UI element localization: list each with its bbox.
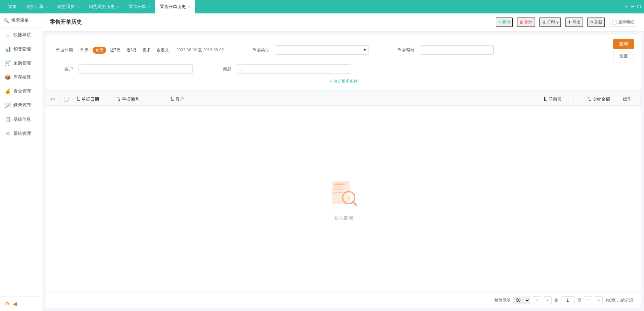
th-customer-text: 客户: [176, 96, 184, 102]
th-amount-sort: ⇅: [588, 97, 591, 102]
th-amount[interactable]: ⇅ 实销金额: [574, 93, 614, 105]
customer-placeholder: ...: [82, 67, 85, 71]
sidebar-item-inventory[interactable]: 📦 库存核算: [0, 70, 43, 84]
sidebar-item-quick-nav[interactable]: ⌂ 快捷导航: [0, 28, 43, 42]
sidebar-search[interactable]: 🔍 搜索采单: [0, 13, 43, 28]
print-dropdown-icon[interactable]: ▾: [556, 20, 558, 25]
order-no-input[interactable]: [420, 45, 494, 55]
sidebar-item-system[interactable]: ⚙ 系统管理: [0, 126, 43, 141]
product-label: 商品: [211, 66, 232, 72]
order-no-label: 单据编号: [394, 47, 414, 53]
order-type-select[interactable]: ▾: [275, 45, 369, 55]
print-button[interactable]: 🖨 打印 ▾: [539, 17, 561, 27]
sidebar-item-basic-info-label: 基础信息: [13, 116, 31, 122]
tab-sales-return-close[interactable]: ×: [77, 4, 79, 9]
next-page-btn[interactable]: ›: [584, 296, 592, 304]
query-buttons: 查询 设置: [613, 39, 634, 61]
collapse-button[interactable]: ∧ 收起更多条件: [53, 77, 634, 86]
sidebar-item-operations[interactable]: 📈 经营管理: [0, 98, 43, 112]
per-page-select[interactable]: 50 100 200: [513, 297, 530, 304]
tab-sales-order[interactable]: 销售订单 ×: [21, 0, 53, 13]
date-btn-custom[interactable]: 自定义: [155, 47, 171, 54]
tab-home[interactable]: 首页: [3, 0, 21, 13]
th-customer[interactable]: ⇅ 客户: [167, 93, 540, 105]
sidebar-item-operations-label: 经营管理: [13, 102, 31, 108]
tab-retail-open[interactable]: 零售开单 ×: [124, 0, 155, 13]
prev-page-btn[interactable]: ‹: [544, 296, 552, 304]
sidebar-search-label: 搜索采单: [11, 17, 29, 23]
inventory-icon: 📦: [5, 74, 11, 80]
sidebar-bottom: ⚙ ◀: [0, 296, 43, 311]
date-btn-7days[interactable]: 近7天: [108, 47, 122, 54]
sidebar-item-sales-mgmt-label: 销售管理: [13, 46, 31, 52]
th-order-no-text: 单据编号: [122, 96, 139, 102]
tab-retail-open-close[interactable]: ×: [148, 4, 150, 9]
sidebar-item-finance[interactable]: 💰 资金管理: [0, 84, 43, 98]
refresh-button[interactable]: ↻ 刷新: [587, 17, 605, 27]
product-placeholder: ...: [240, 67, 243, 71]
customer-input[interactable]: ...: [79, 64, 193, 74]
table-header: ⚙ ⇅ 单据日期 ⇅ 单据编号 ⇅ 客户 ⇅: [46, 93, 641, 106]
settings-button[interactable]: 设置: [613, 51, 634, 61]
sales-mgmt-icon: 📊: [5, 46, 11, 52]
date-btn-today[interactable]: 今天: [93, 47, 106, 54]
th-date-label: ⇅: [77, 97, 80, 102]
date-btn-more[interactable]: 更多: [141, 47, 153, 54]
th-order-no-sort: ⇅: [117, 97, 120, 102]
tab-sales-return-history-label: 销货退货历史: [89, 4, 115, 10]
content-area: 零售开单历史 + 新增 🗑 删除 🖨 打印 ▾ ⬆ 导出 ↻ 刷新 显示明细 单…: [43, 13, 644, 311]
filter-row-customer: 客户 ... 商品 ...: [53, 64, 634, 74]
th-checkbox[interactable]: [60, 93, 73, 105]
tab-sales-return-history-close[interactable]: ×: [117, 4, 119, 9]
sidebar-item-purchase-mgmt[interactable]: 🛒 采购管理: [0, 56, 43, 70]
empty-state: 暂无数据: [46, 106, 641, 293]
sidebar-collapse-icon[interactable]: ◀: [13, 301, 17, 307]
tab-sales-order-close[interactable]: ×: [46, 4, 48, 9]
sidebar-item-basic-info[interactable]: 📋 基础信息: [0, 112, 43, 126]
th-customer-sort: ⇅: [170, 97, 174, 102]
export-button[interactable]: ⬆ 导出: [565, 17, 583, 27]
settings-icon: ⚙: [51, 97, 55, 102]
date-label: 单据日期: [53, 47, 73, 53]
tab-retail-open-history[interactable]: 零售开单历史 ×: [155, 0, 195, 13]
window-minimize-btn[interactable]: −: [631, 4, 634, 10]
tab-sales-return-history[interactable]: 销货退货历史 ×: [84, 0, 124, 13]
main-layout: 🔍 搜索采单 ⌂ 快捷导航 📊 销售管理 🛒 采购管理 📦 库存核算 💰 资金管…: [0, 13, 644, 311]
th-order-no[interactable]: ⇅ 单据编号: [113, 93, 167, 105]
tab-retail-open-history-close[interactable]: ×: [188, 4, 190, 9]
new-button[interactable]: + 新增: [496, 17, 512, 27]
page-label: 第: [554, 298, 558, 303]
th-date[interactable]: ⇅ 单据日期: [73, 93, 113, 105]
window-maximize-btn[interactable]: □: [637, 4, 641, 10]
header-actions: + 新增 🗑 删除 🖨 打印 ▾ ⬆ 导出 ↻ 刷新 显示明细: [496, 17, 637, 27]
svg-line-7: [353, 202, 356, 205]
page-input[interactable]: [561, 296, 575, 304]
delete-button[interactable]: 🗑 删除: [517, 17, 535, 27]
th-guide[interactable]: ⇅ 导购员: [540, 93, 574, 105]
sidebar: 🔍 搜索采单 ⌂ 快捷导航 📊 销售管理 🛒 采购管理 📦 库存核算 💰 资金管…: [0, 13, 43, 311]
first-page-btn[interactable]: «: [533, 296, 541, 304]
per-page-label: 每页显示: [494, 298, 510, 303]
svg-rect-1: [334, 184, 345, 185]
date-btn-yesterday[interactable]: 昨天: [79, 47, 91, 54]
date-btn-1month[interactable]: 近1月: [125, 47, 139, 54]
svg-rect-8: [347, 197, 351, 197]
sidebar-item-inventory-label: 库存核算: [13, 74, 31, 80]
show-detail-button[interactable]: 显示明细: [609, 18, 637, 27]
sidebar-item-sales-mgmt[interactable]: 📊 销售管理: [0, 42, 43, 56]
query-button[interactable]: 查询: [613, 39, 634, 49]
th-date-text: 单据日期: [82, 96, 99, 102]
sidebar-item-purchase-mgmt-label: 采购管理: [13, 60, 31, 66]
tab-sales-return[interactable]: 销货退货 ×: [53, 0, 84, 13]
product-input[interactable]: ...: [237, 64, 351, 74]
th-operation: 操作: [614, 93, 641, 105]
show-detail-checkbox[interactable]: [612, 20, 617, 25]
last-page-btn[interactable]: »: [595, 296, 603, 304]
header-checkbox[interactable]: [64, 97, 69, 102]
th-guide-sort: ⇅: [543, 97, 547, 102]
th-settings[interactable]: ⚙: [46, 93, 60, 105]
total-label: 共0页，0条记录: [605, 298, 634, 303]
window-close-btn[interactable]: ×: [625, 4, 628, 10]
tab-home-label: 首页: [8, 4, 17, 10]
sidebar-settings-icon[interactable]: ⚙: [5, 301, 9, 307]
